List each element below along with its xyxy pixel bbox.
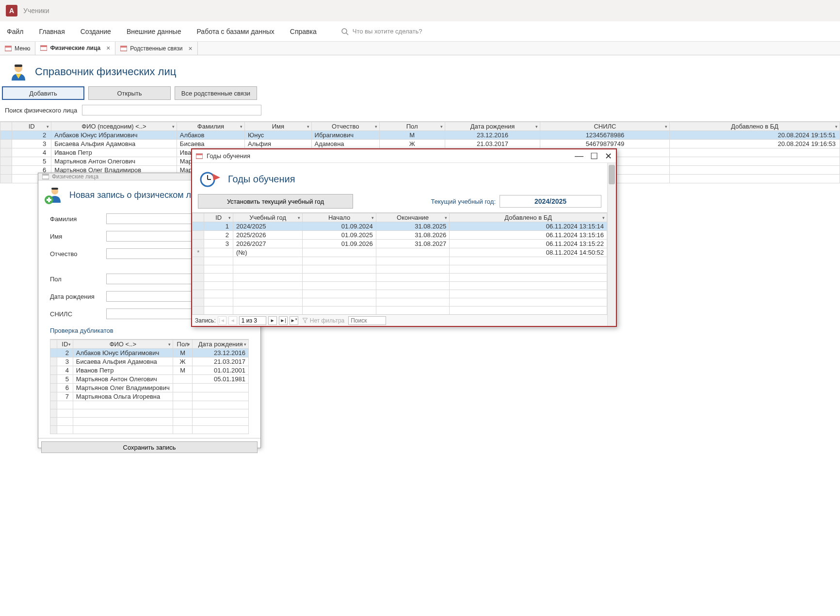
ribbon-file[interactable]: Файл: [6, 26, 24, 37]
svg-rect-5: [40, 46, 47, 47]
form-icon: [5, 45, 12, 52]
current-year-label: Текущий учебный год:: [431, 198, 496, 205]
maximize-icon[interactable]: ☐: [590, 151, 598, 162]
name-label: Имя: [50, 233, 102, 240]
col-header[interactable]: ID▾: [12, 122, 51, 131]
page-header: Справочник физических лиц: [0, 55, 840, 86]
minimize-icon[interactable]: —: [575, 151, 583, 161]
col-header[interactable]: Учебный год▾: [233, 213, 302, 222]
close-icon[interactable]: ✕: [605, 151, 612, 162]
record-navigator: Запись: |◄ ◄ ► ►| ►* Нет фильтра: [192, 314, 607, 326]
access-app-icon: A: [6, 5, 17, 16]
form-icon: [40, 45, 47, 51]
col-header[interactable]: Пол▾: [173, 340, 193, 349]
table-row[interactable]: 12024/2025 01.09.202431.08.2025 06.11.20…: [193, 222, 607, 231]
svg-point-0: [342, 29, 347, 33]
person-directory-icon: [9, 62, 28, 81]
table-row[interactable]: 4Иванов Петр М01.01.2001: [50, 366, 249, 375]
col-header[interactable]: Имя▾: [245, 122, 312, 131]
toolbar: Добавить Открыть Все родственные связи: [0, 86, 840, 105]
dob-label: Дата рождения: [50, 293, 102, 300]
svg-rect-7: [120, 46, 127, 48]
duplicates-label: Проверка дубликатов: [50, 327, 249, 334]
search-icon: [341, 28, 349, 35]
table-row[interactable]: * (№) 08.11.2024 14:50:52: [193, 248, 607, 257]
close-icon[interactable]: ×: [188, 45, 192, 52]
table-row[interactable]: 32026/2027 01.09.202631.08.2027 06.11.20…: [193, 240, 607, 248]
col-header[interactable]: Добавлено в БД▾: [450, 213, 607, 222]
snils-label: СНИЛС: [50, 310, 102, 318]
ribbon-db-tools[interactable]: Работа с базами данных: [195, 26, 275, 37]
duplicates-grid[interactable]: ID▾ФИО <..>▾Пол▾Дата рождения▾ 2Албаков …: [50, 339, 249, 434]
nav-next-icon[interactable]: ►: [268, 316, 277, 325]
col-header[interactable]: Фамилия▾: [177, 122, 244, 131]
col-header[interactable]: Добавлено в БД▾: [670, 122, 840, 131]
table-row[interactable]: 7Мартьянова Ольга Игоревна: [50, 392, 249, 401]
col-header[interactable]: Дата рождения▾: [445, 122, 540, 131]
table-row[interactable]: 2 Албаков Юнус ИбрагимовичАлбаковЮнусИбр…: [0, 131, 840, 140]
close-icon[interactable]: ×: [106, 45, 110, 51]
svg-rect-16: [47, 199, 51, 201]
svg-rect-11: [42, 174, 49, 176]
search-label: Поиск физического лица: [5, 107, 77, 114]
sex-label: Пол: [50, 276, 102, 283]
scrollbar-thumb[interactable]: [609, 165, 615, 184]
funnel-icon: [302, 318, 308, 324]
form-icon: [120, 45, 127, 52]
tab-relations[interactable]: Родственные связи ×: [115, 42, 197, 55]
patronymic-label: Отчество: [50, 250, 102, 258]
col-header[interactable]: Отчество▾: [311, 122, 379, 131]
vertical-scrollbar[interactable]: [607, 163, 616, 326]
years-grid[interactable]: ID▾Учебный год▾Начало▾Окончание▾Добавлен…: [192, 212, 607, 314]
years-modal: Годы обучения — ☐ ✕ Годы обучения: [191, 148, 617, 327]
nav-first-icon[interactable]: |◄: [218, 316, 226, 325]
tab-menu[interactable]: Меню: [0, 42, 35, 55]
title-bar: A Ученики: [0, 0, 840, 21]
search-row: Поиск физического лица: [0, 105, 840, 121]
table-row[interactable]: 5Мартьянов Антон Олегович 05.01.1981: [50, 375, 249, 384]
col-header[interactable]: ФИО <..>▾: [73, 340, 173, 349]
table-row[interactable]: 3 Бисаева Альфия АдамовнаБисаеваАльфияАд…: [0, 140, 840, 148]
tab-persons[interactable]: Физические лица ×: [35, 42, 115, 55]
ribbon-menu: Файл Главная Создание Внешние данные Раб…: [0, 21, 840, 42]
col-header[interactable]: Окончание▾: [376, 213, 450, 222]
add-person-icon: [44, 185, 64, 205]
save-button[interactable]: Сохранить запись: [41, 441, 258, 453]
years-title-bar[interactable]: Годы обучения — ☐ ✕: [192, 149, 616, 163]
table-row[interactable]: 6Мартьянов Олег Владимирович: [50, 384, 249, 392]
surname-label: Фамилия: [50, 215, 102, 223]
col-header[interactable]: Пол▾: [379, 122, 445, 131]
search-input[interactable]: [82, 105, 261, 115]
col-header[interactable]: Начало▾: [303, 213, 376, 222]
table-row[interactable]: 22025/2026 01.09.202531.08.2026 06.11.20…: [193, 231, 607, 240]
svg-rect-13: [51, 188, 58, 190]
record-search-input[interactable]: [348, 316, 386, 325]
col-header[interactable]: ID▾: [57, 340, 73, 349]
col-header[interactable]: ID▾: [204, 213, 233, 222]
nav-new-icon[interactable]: ►*: [290, 316, 298, 325]
open-button[interactable]: Открыть: [88, 86, 171, 100]
clock-icon: [199, 169, 221, 189]
svg-line-1: [346, 33, 348, 35]
nav-prev-icon[interactable]: ◄: [228, 316, 237, 325]
years-title: Годы обучения: [228, 174, 295, 185]
set-current-year-button[interactable]: Установить текущий учебный год: [198, 194, 353, 209]
col-header[interactable]: ФИО (псевдоним) <..>▾: [51, 122, 177, 131]
ribbon-home[interactable]: Главная: [38, 26, 65, 37]
table-row[interactable]: 2Албаков Юнус Ибрагимович М23.12.2016: [50, 349, 249, 357]
page-title: Справочник физических лиц: [35, 65, 176, 78]
form-icon: [42, 173, 49, 180]
form-icon: [196, 153, 203, 160]
filter-indicator[interactable]: Нет фильтра: [302, 317, 345, 324]
ribbon-help[interactable]: Справка: [289, 26, 318, 37]
ribbon-external[interactable]: Внешние данные: [126, 26, 182, 37]
add-button[interactable]: Добавить: [2, 86, 84, 100]
nav-last-icon[interactable]: ►|: [279, 316, 288, 325]
ribbon-create[interactable]: Создание: [80, 26, 112, 37]
record-position-input[interactable]: [239, 316, 266, 325]
col-header[interactable]: Дата рождения▾: [193, 340, 249, 349]
all-relations-button[interactable]: Все родственные связи: [175, 86, 257, 100]
col-header[interactable]: СНИЛС▾: [540, 122, 670, 131]
table-row[interactable]: 3Бисаева Альфия Адамовна Ж21.03.2017: [50, 357, 249, 366]
tell-me-search[interactable]: Что вы хотите сделать?: [341, 28, 422, 35]
